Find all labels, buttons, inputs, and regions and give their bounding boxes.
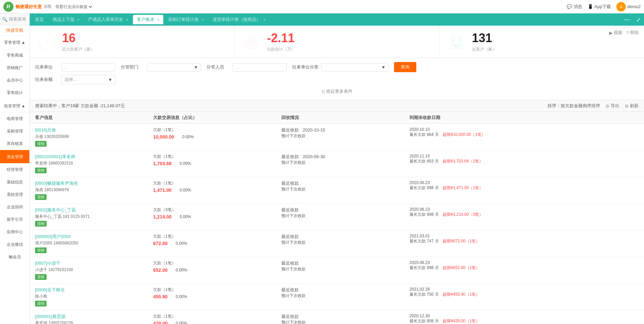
sidebar-item-basic-info[interactable]: 基础信息 (0, 176, 29, 188)
filter-select-dept[interactable]: ▼ (147, 63, 201, 71)
company-select[interactable]: 母婴行业演示账套 (54, 4, 93, 9)
sidebar-item-retail-mall[interactable]: 零售商城 (0, 49, 29, 62)
sidebar-item-inventory[interactable]: 库存核算 (0, 138, 29, 150)
tab-customer-account[interactable]: 客户账本 × (133, 15, 163, 24)
customer-name[interactable]: [0002]服务中心_丁磊 (35, 207, 153, 213)
close-tab-btn[interactable]: — (622, 16, 632, 23)
svg-rect-6 (458, 39, 460, 41)
filter-select-category[interactable]: ▼ (321, 63, 389, 71)
customer-phone: 吕俊 13026203696 (35, 134, 153, 140)
download-icon: 📱 (588, 4, 593, 9)
tab-close-icon[interactable]: × (157, 18, 159, 22)
sidebar-item-enterprise[interactable]: 企业协同 (0, 201, 29, 213)
tab-import-stats[interactable]: 进货单统计表（按商品） × (208, 15, 270, 24)
sidebar-item-purchase[interactable]: 采购管理 (0, 125, 29, 138)
card-icon-money: ¥ (36, 32, 57, 52)
sidebar-item-apps[interactable]: 应用中心 (0, 226, 29, 238)
username: demo2 (627, 4, 641, 9)
sidebar-item-retail-mgmt[interactable]: 零售管理 ▲ (0, 36, 29, 49)
sidebar-item-finance[interactable]: 资金管理 (0, 150, 29, 164)
message-btn[interactable]: 💬 消息 (567, 4, 582, 10)
overdue-amount[interactable]: 超期¥455.90（1笔） (443, 292, 480, 297)
debt-amount: 1,214.00 (153, 214, 172, 219)
filter-category: 往来单位分类 ▼ (292, 63, 389, 71)
collection-cell: 最近收款 预计下次收款 (281, 234, 410, 245)
overdue-days: 最长欠款 808 天 (410, 319, 439, 323)
overdue-days: 最长欠款 747 天 (410, 239, 439, 243)
table-container: 客户信息 欠款交易信息（占比） 回收情况 到期未收款日期 [0016]吕俊 吕俊… (30, 112, 644, 324)
tab-product-shelf[interactable]: 商品上下架 × (49, 15, 83, 24)
collection-next: 预计下次收款 (281, 186, 410, 192)
sidebar-item-system[interactable]: 系统管理 (0, 188, 29, 201)
overdue-amount[interactable]: 超期¥672.00（1笔） (443, 239, 480, 243)
tab-close-icon[interactable]: × (263, 18, 265, 22)
customer-tag: 现销 (35, 221, 47, 227)
customer-name[interactable]: [0006]去下粮仓 (35, 287, 153, 293)
sidebar-item-member2[interactable]: 畅会员 (0, 251, 29, 263)
filter-label-5: 往来余额 (35, 77, 59, 83)
query-button[interactable]: 查询 (394, 62, 416, 72)
customer-name[interactable]: [0016]吕俊 (35, 127, 153, 133)
sidebar-item-member[interactable]: 会员中心 (0, 74, 29, 87)
customer-name[interactable]: [000001]黄思源 (35, 314, 153, 320)
user-area[interactable]: d demo2 (616, 2, 641, 11)
main-layout: 🔍 搜索菜单 快捷导航 零售管理 ▲ 零售商城 营销推广 会员中心 零售统计 批… (0, 13, 644, 324)
col-header-customer: 客户信息 (35, 115, 153, 121)
debt-cell: 欠款（3笔） 1,214.00 0.00% (153, 207, 281, 219)
tab-bar-actions: — ⤢ (622, 16, 643, 24)
collapse-btn[interactable]: ⟨⟨ 收起更多条件 (35, 87, 639, 96)
customer-name[interactable]: [0007]小进千 (35, 260, 153, 266)
export-btn[interactable]: ⊙ 导出 (606, 103, 619, 109)
filter-input-supplier[interactable]: ... (61, 63, 115, 71)
customer-name[interactable]: [000002]用户2050 (35, 234, 153, 240)
app-download-btn[interactable]: 📱 App下载 (588, 4, 611, 10)
sidebar-item-wholesale-mgmt[interactable]: 批发管理 ▲ (0, 99, 29, 113)
table-row: [000001]黄思源 黄思源 13552700226 现销 欠款（1笔） 42… (30, 310, 644, 324)
tab-home[interactable]: 首页 (31, 15, 48, 24)
customer-tag: 现销 (35, 247, 47, 253)
overdue-amount[interactable]: 超期¥1,471.00（1笔） (443, 185, 483, 190)
debt-amount: 672.00 (153, 241, 168, 246)
tab-label: 商品上下架 (53, 17, 75, 23)
overdue-amount[interactable]: 超期¥1,214.00（3笔） (443, 212, 483, 217)
sort-label[interactable]: 排序：按欠款金额倒序排序 (548, 103, 600, 109)
sidebar-item-wechat[interactable]: 企业微信 (0, 238, 29, 251)
tab-product-history[interactable]: 产成品入库单历史 × (84, 15, 132, 24)
customer-name[interactable]: [0001020001]李老师 (35, 154, 153, 160)
logo-area: 好 畅捷通好生意 示范 (3, 2, 51, 12)
overdue-days: 最长欠款 750 天 (410, 292, 439, 297)
debt-count: 欠款（1笔） (153, 287, 281, 293)
sidebar-search[interactable]: 🔍 搜索菜单 (0, 13, 29, 25)
customer-name[interactable]: [0003]畅捷服务尹海燕 (35, 180, 153, 186)
sidebar-item-ecommerce[interactable]: 电商管理 (0, 113, 29, 125)
overdue-amount[interactable]: 超期¥1,703.68（1笔） (443, 159, 483, 164)
sidebar-item-operations[interactable]: 经营管理 (0, 164, 29, 176)
col-header-collection: 回收情况 (281, 115, 410, 121)
top-bar-left: 好 畅捷通好生意 示范 母婴行业演示账套 (3, 2, 93, 12)
tab-bar: 首页 商品上下架 × 产成品入库单历史 × 客户账本 × 采购订单统计表 × 进… (30, 13, 644, 26)
overdue-amount[interactable]: 超期¥10,000.00（1笔） (443, 132, 485, 137)
filter-person: 分管人员 ... (206, 63, 287, 71)
debt-cell: 欠款（1笔） 1,471.00 0.00% (153, 180, 281, 193)
filter-select-balance[interactable]: 选择... ▼ (61, 75, 115, 84)
sidebar-item-quick-nav[interactable]: 快捷导航 (0, 25, 29, 36)
col-header-debt: 欠款交易信息（占比） (153, 115, 281, 121)
tab-purchase-stats[interactable]: 采购订单统计表 × (164, 15, 207, 24)
tab-close-icon[interactable]: × (201, 18, 203, 22)
overdue-amount[interactable]: 超期¥652.00（1笔） (443, 265, 480, 270)
tab-label: 客户账本 (137, 17, 155, 23)
sidebar-item-retail-stats[interactable]: 零售统计 (0, 87, 29, 99)
filter-balance-value: 选择... (64, 77, 77, 83)
sidebar-item-guide[interactable]: 新手引导 (0, 213, 29, 226)
debt-ratio: 0.00% (176, 241, 187, 246)
overdue-amount[interactable]: 超期¥429.00（1笔） (443, 319, 480, 323)
tab-close-icon[interactable]: × (126, 18, 128, 22)
maximize-btn[interactable]: ⤢ (634, 16, 643, 24)
filter-input-person[interactable]: ... (233, 63, 287, 71)
refresh-btn[interactable]: ⊙ 刷新 (625, 103, 639, 109)
overdue-info: 最长欠款 747 天 超期¥672.00（1笔） (410, 238, 639, 244)
sidebar-item-marketing[interactable]: 营销推广 (0, 62, 29, 74)
help-btn[interactable]: ? 帮助 (626, 30, 639, 36)
tab-close-icon[interactable]: × (77, 18, 79, 22)
video-btn[interactable]: ▶ 视频 (609, 30, 622, 36)
